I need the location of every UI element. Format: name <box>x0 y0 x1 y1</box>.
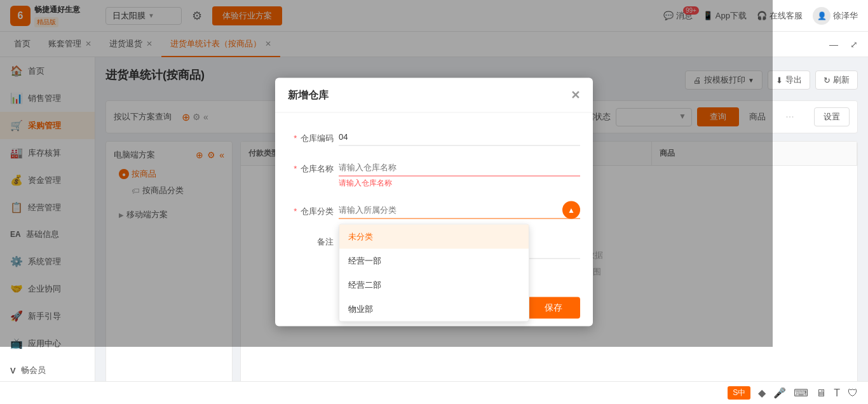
tab-minimize-icon[interactable]: — <box>825 36 843 53</box>
note-label: 备注 <box>288 232 339 248</box>
modal-title: 新增仓库 <box>288 88 329 102</box>
export-button[interactable]: ⬇ 导出 <box>768 71 810 90</box>
tab-end-buttons: — ⤢ <box>825 36 863 53</box>
bottom-bar: S中 ◆ 🎤 ⌨ 🖥 T 🛡 <box>0 381 868 404</box>
category-input[interactable] <box>339 201 580 219</box>
category-input-wrap: ▲ 未分类 经营一部 经营二部 <box>339 201 580 219</box>
bottom-shield-icon[interactable]: 🛡 <box>848 387 858 399</box>
modal-header: 新增仓库 ✕ <box>275 78 593 113</box>
dropdown-item-dept1[interactable]: 经营一部 <box>339 249 529 273</box>
refresh-icon: ↻ <box>824 76 831 85</box>
bottom-t-icon[interactable]: T <box>834 387 840 399</box>
dropdown-item-uncategorized[interactable]: 未分类 <box>339 225 529 249</box>
name-input[interactable] <box>339 159 580 177</box>
dropdown-item-dept2[interactable]: 经营二部 <box>339 273 529 297</box>
form-row-code: * 仓库编码 <box>288 128 580 146</box>
dropdown-item-property[interactable]: 物业部 <box>339 297 529 321</box>
refresh-button[interactable]: ↻ 刷新 <box>815 71 858 90</box>
code-input[interactable] <box>339 128 580 146</box>
bottom-monitor-icon[interactable]: 🖥 <box>816 387 826 399</box>
sidebar-item-member[interactable]: V 畅会员 <box>0 357 95 384</box>
avatar: 👤 <box>813 7 831 25</box>
bottom-diamond-icon[interactable]: ◆ <box>758 387 766 399</box>
name-input-wrap: 请输入仓库名称 <box>339 159 580 189</box>
tab-expand-icon[interactable]: ⤢ <box>845 36 863 53</box>
member-icon: V <box>10 366 16 375</box>
export-icon: ⬇ <box>776 76 783 85</box>
modal-body: * 仓库编码 * 仓库名称 请输入仓库名称 <box>275 113 593 290</box>
bottom-keyboard-icon[interactable]: ⌨ <box>794 387 808 399</box>
chevron-up-icon: ▲ <box>567 206 575 215</box>
code-label: * 仓库编码 <box>288 128 339 144</box>
category-dropdown-btn[interactable]: ▲ <box>562 201 580 219</box>
user-item[interactable]: 👤 徐泽华 <box>813 7 858 25</box>
add-warehouse-modal: 新增仓库 ✕ * 仓库编码 * 仓库名称 <box>275 78 593 327</box>
name-error-msg: 请输入仓库名称 <box>339 178 580 189</box>
goods-dots: ··· <box>771 111 809 123</box>
bottom-lang-icon[interactable]: S中 <box>728 386 750 400</box>
modal-overlay[interactable]: 新增仓库 ✕ * 仓库编码 * 仓库名称 <box>0 0 773 347</box>
category-label: * 仓库分类 <box>288 201 339 217</box>
modal-close-icon[interactable]: ✕ <box>571 88 580 102</box>
code-input-wrap <box>339 128 580 146</box>
bottom-mic-icon[interactable]: 🎤 <box>773 387 786 399</box>
category-select-wrap: ▲ <box>339 201 580 219</box>
form-row-category: * 仓库分类 ▲ 未分类 <box>288 201 580 219</box>
name-label: * 仓库名称 <box>288 159 339 175</box>
save-button[interactable]: 保存 <box>527 297 580 319</box>
settings-button[interactable]: 设置 <box>814 107 850 126</box>
category-dropdown: 未分类 经营一部 经营二部 物业部 <box>339 224 529 322</box>
form-row-name: * 仓库名称 请输入仓库名称 <box>288 159 580 189</box>
